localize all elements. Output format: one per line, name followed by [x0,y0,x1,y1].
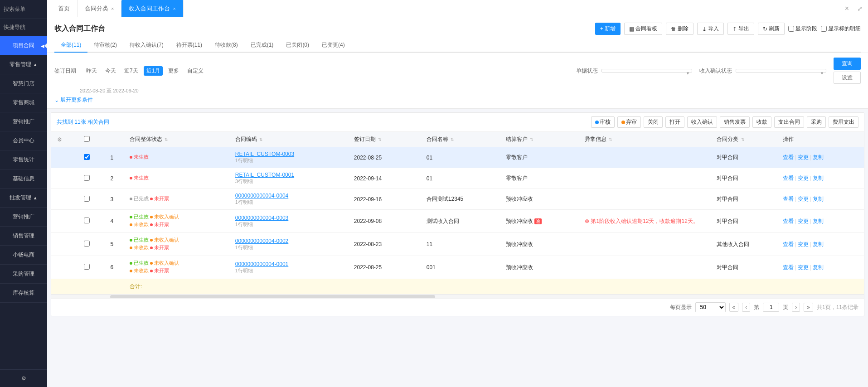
filter-option-more[interactable]: 更多 [165,66,182,76]
op-查看[interactable]: 查看 [783,241,794,247]
page-size-select[interactable]: 50 100 [695,302,726,312]
sidebar-item-smart-store[interactable]: 智慧门店 [0,74,47,93]
export-button[interactable]: ⤒ 导出 [727,23,754,35]
page-input[interactable] [763,303,779,312]
filter-option-yesterday[interactable]: 昨天 [83,66,100,76]
contract-code-link[interactable]: RETAIL_CUSTOM-0001 [235,172,294,178]
tab-contract-category-close[interactable]: × [111,6,114,11]
sub-tab-done[interactable]: 已完成(1) [244,39,280,53]
board-button[interactable]: ▦ 合同看板 [624,23,662,35]
row-checkbox-5[interactable] [84,264,90,270]
sidebar-item-marketing1[interactable]: 营销推广 [0,112,47,131]
action-close[interactable]: 关闭 [644,116,663,128]
op-查看[interactable]: 查看 [783,196,794,202]
op-变更[interactable]: 变更 [798,241,809,247]
row-checkbox-3[interactable] [84,218,90,223]
op-复制[interactable]: 复制 [813,196,824,202]
row-checkbox-4[interactable] [84,241,90,247]
op-复制[interactable]: 复制 [813,241,824,247]
tab-income-contract[interactable]: 收入合同工作台 × [121,0,183,17]
sub-tab-pending-review[interactable]: 待审核(2) [87,39,123,53]
op-变更[interactable]: 变更 [798,196,809,202]
th-date[interactable]: 签订日期 ⇅ [349,132,422,147]
last-page-btn[interactable]: » [804,303,813,312]
sub-tab-pending-invoice[interactable]: 待开票(11) [170,39,209,53]
op-查看[interactable]: 查看 [783,218,794,224]
th-name[interactable]: 合同名称 ⇅ [422,132,501,147]
contract-code-link[interactable]: RETAIL_CUSTOM-0003 [235,151,294,157]
th-status[interactable]: 合同整体状态 ⇅ [125,132,231,147]
sidebar-item-project[interactable]: 项目合同 ◀ [0,36,47,55]
filter-option-custom[interactable]: 自定义 [184,66,206,76]
import-button[interactable]: ⤓ 导入 [697,23,724,35]
sidebar-search[interactable]: 搜索菜单 [0,0,47,19]
doc-status-select[interactable] [601,69,692,73]
sub-tab-closed[interactable]: 已关闭(0) [280,39,315,53]
op-复制[interactable]: 复制 [813,154,824,160]
action-review[interactable]: 审核 [591,116,615,128]
sidebar-item-basic-info[interactable]: 基础信息 [0,169,47,189]
contract-code-link[interactable]: 0000000000004-0003 [235,215,288,221]
action-purchase[interactable]: 采购 [807,116,826,128]
new-button[interactable]: + 新增 [595,23,621,35]
confirm-status-select[interactable] [736,69,826,73]
tab-maximize[interactable]: ⤢ [855,5,864,12]
row-checkbox-1[interactable] [84,175,90,181]
delete-button[interactable]: 🗑 删除 [666,23,693,35]
sidebar-item-purchase[interactable]: 采购管理 [0,265,47,284]
sidebar-item-sales-promo[interactable]: 营销推广 [0,208,47,227]
action-expense[interactable]: 费用支出 [829,116,858,128]
sidebar-item-xiaochang[interactable]: 小畅电商 [0,246,47,265]
sidebar-settings[interactable]: ⚙ [0,369,47,387]
action-output-contract[interactable]: 支出合同 [774,116,804,128]
refresh-button[interactable]: ↻ 刷新 [758,23,785,35]
op-复制[interactable]: 复制 [813,218,824,224]
contract-code-link[interactable]: 0000000000004-0001 [235,261,288,267]
expand-filter-btn[interactable]: ⌄ 展开更多条件 [54,96,861,104]
sub-tab-changed[interactable]: 已变更(4) [315,39,351,53]
tab-home[interactable]: 首页 [51,0,78,17]
op-复制[interactable]: 复制 [813,175,824,181]
th-category[interactable]: 合同分类 ⇅ [712,132,778,147]
next-page-btn[interactable]: › [792,303,800,312]
show-detail-checkbox[interactable]: 显示标的明细 [821,25,861,33]
th-customer[interactable]: 结算客户 ⇅ [501,132,581,147]
filter-option-today[interactable]: 今天 [102,66,119,76]
sidebar-item-batch-mgmt[interactable]: 批发管理 ▲ [0,189,47,208]
op-变更[interactable]: 变更 [798,264,809,271]
prev-page-btn[interactable]: ‹ [742,303,750,312]
first-page-btn[interactable]: « [729,303,739,312]
filter-option-7days[interactable]: 近7天 [121,66,141,76]
sidebar-item-retail-stats[interactable]: 零售统计 [0,150,47,169]
sidebar-item-sales-mgmt[interactable]: 销售管理 [0,227,47,246]
row-checkbox-2[interactable] [84,196,90,202]
show-stage-checkbox[interactable]: 显示阶段 [788,25,817,33]
filter-option-1month[interactable]: 近1月 [144,66,163,76]
query-button[interactable]: 查询 [834,58,861,70]
op-复制[interactable]: 复制 [813,264,824,271]
th-exception[interactable]: 异常信息 ⇅ [580,132,712,147]
gear-icon[interactable]: ⚙ [56,136,63,143]
sidebar-item-retail-mgmt[interactable]: 零售管理 ▲ [0,55,47,74]
op-查看[interactable]: 查看 [783,154,794,160]
op-查看[interactable]: 查看 [783,175,794,181]
op-变更[interactable]: 变更 [798,218,809,224]
action-open[interactable]: 打开 [665,116,684,128]
contract-code-link[interactable]: 0000000000004-0004 [235,193,288,199]
action-collect[interactable]: 收款 [752,116,771,128]
th-code[interactable]: 合同编码 ⇅ [231,132,349,147]
contract-code-link[interactable]: 0000000000004-0002 [235,238,288,244]
scrollbar-area[interactable] [51,295,864,298]
select-all-checkbox[interactable] [84,136,90,142]
sidebar-nav[interactable]: 快捷导航 [0,19,47,36]
sidebar-item-member[interactable]: 会员中心 [0,131,47,150]
action-abandon[interactable]: 弃审 [617,116,641,128]
tab-contract-category[interactable]: 合同分类 × [78,0,121,17]
op-变更[interactable]: 变更 [798,154,809,160]
tab-close-all[interactable]: × [841,5,853,13]
sub-tab-pending-confirm[interactable]: 待收入确认(7) [123,39,170,53]
op-查看[interactable]: 查看 [783,264,794,271]
op-变更[interactable]: 变更 [798,175,809,181]
action-sales-invoice[interactable]: 销售发票 [720,116,750,128]
sub-tab-all[interactable]: 全部(11) [54,39,87,53]
